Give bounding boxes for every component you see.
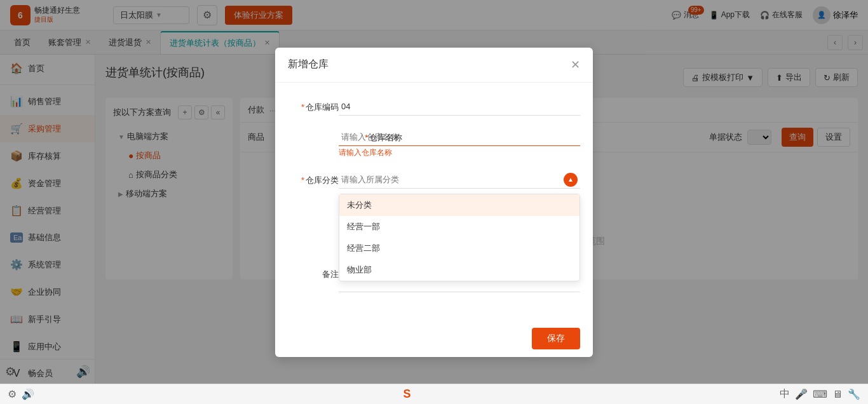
code-label: 仓库编码 <box>288 98 339 113</box>
dialog-header: 新增仓库 ✕ <box>275 48 593 83</box>
brand-s-icon: S <box>403 387 410 401</box>
name-label: 仓库名称 <box>351 128 402 144</box>
dialog-footer: 保存 <box>275 320 593 357</box>
category-toggle-icon[interactable]: ▲ <box>564 173 578 187</box>
bottom-right-icons: 中 🎤 ⌨ 🖥 🔧 <box>780 387 860 401</box>
brand-logo: S <box>403 387 410 401</box>
audio-bottom-icon[interactable]: 🔊 <box>22 388 34 400</box>
save-button[interactable]: 保存 <box>532 328 580 349</box>
dropdown-item-property[interactable]: 物业部 <box>339 259 580 281</box>
code-input[interactable] <box>339 98 580 116</box>
settings-bottom-icon[interactable]: ⚙ <box>8 388 17 400</box>
category-input[interactable] <box>339 171 580 189</box>
dialog-body: 仓库编码 仓库名称 请输入仓库名称 仓库分类 ▲ 未分类 <box>275 83 593 320</box>
warehouse-code-row: 仓库编码 <box>288 98 580 116</box>
warehouse-category-row: 仓库分类 ▲ 未分类 经营一部 经营二部 物业部 <box>288 171 580 189</box>
new-warehouse-dialog: 新增仓库 ✕ 仓库编码 仓库名称 请输入仓库名称 仓库分类 <box>275 48 593 357</box>
dialog-overlay: 新增仓库 ✕ 仓库编码 仓库名称 请输入仓库名称 仓库分类 <box>0 0 868 404</box>
category-label: 仓库分类 <box>288 171 339 186</box>
warehouse-name-row: 仓库名称 请输入仓库名称 <box>339 128 580 158</box>
keyboard-icon[interactable]: ⌨ <box>813 388 827 400</box>
notes-label: 备注 <box>288 265 339 280</box>
bottom-left-icons: ⚙ 🔊 <box>8 388 34 400</box>
bottom-bar: ⚙ 🔊 S 中 🎤 ⌨ 🖥 🔧 <box>0 384 868 404</box>
dialog-title: 新增仓库 <box>288 58 329 71</box>
tool-icon[interactable]: 🔧 <box>848 388 860 400</box>
chinese-input-icon[interactable]: 中 <box>780 387 790 401</box>
dropdown-item-ops2[interactable]: 经营二部 <box>339 238 580 259</box>
category-dropdown: 未分类 经营一部 经营二部 物业部 <box>339 194 580 281</box>
dropdown-item-unclassified[interactable]: 未分类 <box>339 194 580 216</box>
dropdown-item-ops1[interactable]: 经营一部 <box>339 216 580 238</box>
category-select-wrapper: ▲ 未分类 经营一部 经营二部 物业部 <box>339 171 580 189</box>
monitor-icon[interactable]: 🖥 <box>832 389 843 400</box>
mic-icon[interactable]: 🎤 <box>795 388 808 400</box>
name-error-msg: 请输入仓库名称 <box>339 147 392 158</box>
dialog-close-icon[interactable]: ✕ <box>571 58 580 72</box>
